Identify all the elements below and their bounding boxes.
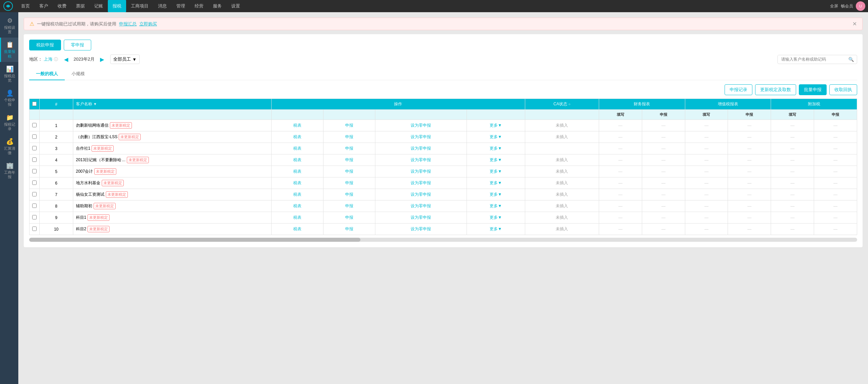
sidebar-item-个税申报[interactable]: 👤个税申报	[0, 86, 18, 110]
search-input[interactable]	[778, 55, 846, 63]
row-checkbox-3[interactable]	[32, 157, 37, 162]
tag-unverified: 未更新税定	[110, 122, 132, 129]
tab-tax-declare[interactable]: 税款申报	[29, 40, 61, 50]
row-op-zero[interactable]: 设为零申报	[375, 189, 467, 200]
sidebar-item-汇算清缴[interactable]: 💰汇算清缴	[0, 134, 18, 158]
user-avatar[interactable]: U	[856, 1, 865, 11]
row-op-declare[interactable]: 申报	[323, 166, 375, 177]
row-op-declare[interactable]: 申报	[323, 177, 375, 189]
row-op-more[interactable]: 更多▼	[467, 200, 525, 212]
row-op-more[interactable]: 更多▼	[467, 120, 525, 131]
nav-item-客户[interactable]: 客户	[35, 0, 53, 12]
row-op-declare[interactable]: 申报	[323, 212, 375, 223]
row-op-more[interactable]: 更多▼	[467, 212, 525, 223]
sub-tab-small[interactable]: 小规模	[65, 68, 92, 80]
row-op-tax[interactable]: 税表	[272, 154, 323, 166]
nav-item-服务[interactable]: 服务	[208, 0, 226, 12]
row-op-more[interactable]: 更多▼	[467, 143, 525, 154]
row-ca-status: 未插入	[525, 212, 599, 223]
upgrade-btn[interactable]: 畅会员	[841, 3, 853, 9]
row-op-zero[interactable]: 设为零申报	[375, 154, 467, 166]
notice-link2[interactable]: 立即购买	[139, 21, 157, 27]
nav-item-经营[interactable]: 经营	[190, 0, 208, 12]
nav-item-票据[interactable]: 票据	[71, 0, 90, 12]
row-op-tax[interactable]: 税表	[272, 223, 323, 235]
row-op-tax[interactable]: 税表	[272, 120, 323, 131]
row-op-tax[interactable]: 税表	[272, 177, 323, 189]
nav-item-工商项目[interactable]: 工商项目	[126, 0, 153, 12]
row-op-zero[interactable]: 设为零申报	[375, 212, 467, 223]
sidebar-item-工商年报[interactable]: 🏢工商年报	[0, 158, 18, 183]
sidebar-item-报税记录[interactable]: 📁报税记录	[0, 110, 18, 134]
row-add-fill: —	[771, 189, 814, 200]
batch-declare-btn[interactable]: 批量申报	[799, 84, 827, 95]
row-checkbox-4[interactable]	[32, 169, 37, 173]
horizontal-scrollbar[interactable]	[29, 238, 857, 242]
row-vat-fill: —	[685, 143, 728, 154]
row-checkbox-2[interactable]	[32, 146, 37, 150]
row-vat-declare: —	[728, 177, 771, 189]
row-op-zero[interactable]: 设为零申报	[375, 131, 467, 143]
row-op-zero[interactable]: 设为零申报	[375, 223, 467, 235]
date-navigator: ◀ 2023年2月 ▶	[62, 56, 106, 63]
nav-item-首页[interactable]: 首页	[16, 0, 35, 12]
notice-link1[interactable]: 申报汇总	[119, 21, 137, 27]
row-op-tax[interactable]: 税表	[272, 212, 323, 223]
row-checkbox-5[interactable]	[32, 180, 37, 185]
row-op-declare[interactable]: 申报	[323, 154, 375, 166]
row-op-declare[interactable]: 申报	[323, 200, 375, 212]
nav-item-收费[interactable]: 收费	[53, 0, 71, 12]
row-op-more[interactable]: 更多▼	[467, 131, 525, 143]
row-op-tax[interactable]: 税表	[272, 131, 323, 143]
row-op-zero[interactable]: 设为零申报	[375, 143, 467, 154]
nav-item-报税[interactable]: 报税	[108, 0, 126, 12]
row-op-more[interactable]: 更多▼	[467, 189, 525, 200]
sidebar-item-报税设置[interactable]: ⚙报税设置	[0, 14, 18, 38]
row-op-more[interactable]: 更多▼	[467, 154, 525, 166]
th2-op3	[375, 110, 467, 120]
row-op-tax[interactable]: 税表	[272, 200, 323, 212]
row-op-more[interactable]: 更多▼	[467, 223, 525, 235]
row-op-declare[interactable]: 申报	[323, 189, 375, 200]
row-op-declare[interactable]: 申报	[323, 131, 375, 143]
search-button[interactable]: 🔍	[846, 55, 857, 64]
sidebar-item-报税总览[interactable]: 📊报税总览	[0, 62, 18, 86]
row-op-tax[interactable]: 税表	[272, 143, 323, 154]
row-checkbox-0[interactable]	[32, 123, 37, 127]
sidebar-icon: 💰	[6, 138, 14, 145]
fullscreen-btn[interactable]: 全屏	[830, 3, 838, 9]
dept-select[interactable]: 全部员工 ▼	[110, 55, 140, 64]
row-op-zero[interactable]: 设为零申报	[375, 166, 467, 177]
notice-close-btn[interactable]: ✕	[852, 21, 857, 27]
row-checkbox-8[interactable]	[32, 215, 37, 219]
row-checkbox-9[interactable]	[32, 227, 37, 231]
nav-item-记账[interactable]: 记账	[90, 0, 108, 12]
nav-item-消息[interactable]: 消息	[153, 0, 172, 12]
sub-tab-general[interactable]: 一般的税人	[29, 68, 65, 80]
row-checkbox-1[interactable]	[32, 134, 37, 139]
nav-item-管理[interactable]: 管理	[172, 0, 190, 12]
row-op-zero[interactable]: 设为零申报	[375, 120, 467, 131]
row-op-tax[interactable]: 税表	[272, 189, 323, 200]
row-checkbox-7[interactable]	[32, 204, 37, 208]
row-op-more[interactable]: 更多▼	[467, 166, 525, 177]
select-all-checkbox[interactable]	[32, 102, 37, 106]
row-add-declare: —	[814, 212, 857, 223]
date-prev-btn[interactable]: ◀	[62, 56, 70, 63]
row-op-declare[interactable]: 申报	[323, 223, 375, 235]
update-tax-btn[interactable]: 更新税定及取数	[755, 84, 796, 95]
sidebar-item-批量报税[interactable]: 📋批量报税	[0, 38, 18, 62]
row-op-zero[interactable]: 设为零申报	[375, 177, 467, 189]
row-op-more[interactable]: 更多▼	[467, 177, 525, 189]
receive-receipt-btn[interactable]: 收取回执	[829, 84, 857, 95]
sidebar-icon: 👤	[6, 89, 14, 97]
declare-record-btn[interactable]: 申报记录	[725, 84, 752, 95]
row-op-declare[interactable]: 申报	[323, 143, 375, 154]
date-next-btn[interactable]: ▶	[98, 56, 106, 63]
row-op-tax[interactable]: 税表	[272, 166, 323, 177]
nav-item-设置[interactable]: 设置	[226, 0, 245, 12]
row-checkbox-6[interactable]	[32, 192, 37, 196]
row-op-zero[interactable]: 设为零申报	[375, 200, 467, 212]
tab-zero-declare[interactable]: 零申报	[64, 40, 91, 50]
row-op-declare[interactable]: 申报	[323, 120, 375, 131]
